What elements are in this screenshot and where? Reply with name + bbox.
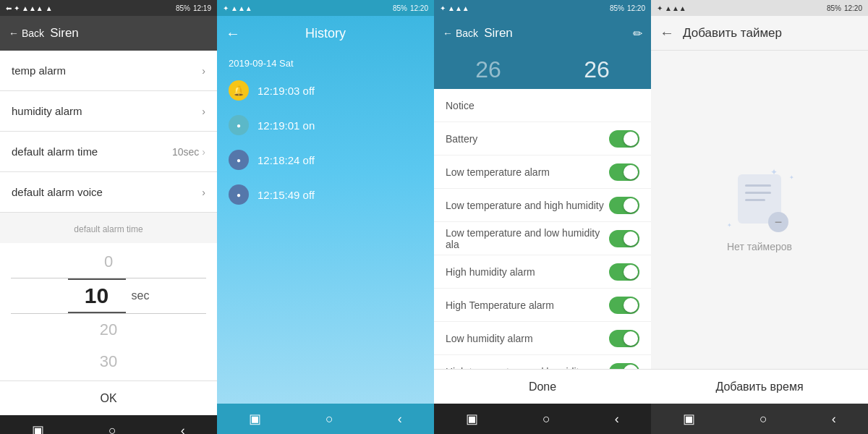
status-left-1: ⬅ ✦ ▲▲▲ ▲ xyxy=(6,4,53,12)
notice-row-8: High temperature and humidity xyxy=(434,355,651,369)
alarm-time-value: 10sec › xyxy=(172,146,205,158)
nav-home-btn-3[interactable]: ○ xyxy=(531,406,562,433)
done-label: Done xyxy=(529,380,556,393)
menu-item-alarm-voice[interactable]: default alarm voice › xyxy=(0,172,217,213)
menu-label-alarm-time: default alarm time xyxy=(12,145,98,158)
history-item-1[interactable]: ● 12:19:01 on xyxy=(223,108,428,142)
status-bar-1: ⬅ ✦ ▲▲▲ ▲ 85% 12:19 xyxy=(0,0,217,16)
toggle-battery[interactable] xyxy=(609,130,639,148)
siren-title: Siren xyxy=(50,26,79,41)
notice-row-5: High humidity alarm xyxy=(434,255,651,289)
history-list: 🔔 12:19:03 off ● 12:19:01 on ● 12:18:24 … xyxy=(217,73,434,404)
nav-back-btn[interactable]: ‹ xyxy=(169,417,197,435)
history-date: 2019-09-14 Sat xyxy=(217,51,434,73)
add-time-button[interactable]: Добавить время xyxy=(651,369,868,404)
chevron-alarm-voice: › xyxy=(202,187,205,198)
toggle-low-temp[interactable] xyxy=(609,163,639,181)
picker-row-selected: 10 sec xyxy=(0,278,217,313)
nav-home-btn[interactable]: ○ xyxy=(97,417,128,435)
time-1: 12:19 xyxy=(193,4,211,12)
history-back-btn[interactable]: ← xyxy=(226,25,240,42)
menu-label-alarm-voice: default alarm voice xyxy=(12,186,103,198)
star-icon-2: ✦ xyxy=(789,174,794,181)
history-item-0[interactable]: 🔔 12:19:03 off xyxy=(223,73,428,108)
status-right-4: 85% 12:20 xyxy=(827,4,862,12)
menu-item-temp-alarm[interactable]: temp alarm › xyxy=(0,51,217,91)
battery-pct-4: 85% xyxy=(827,4,841,12)
notice-label-4: Low temperature and low humidity ala xyxy=(446,227,609,250)
toggle-high-temp[interactable] xyxy=(609,297,639,314)
back-icon-status: ⬅ xyxy=(6,4,12,12)
status-right-2: 85% 12:20 xyxy=(393,4,428,12)
status-left-3: ✦ ▲▲▲ xyxy=(440,4,469,12)
notice-label-5: High humidity alarm xyxy=(446,266,535,278)
status-bar-4: ✦ ▲▲▲ 85% 12:20 xyxy=(651,0,868,16)
chevron-temp: › xyxy=(202,65,205,77)
nav-back-btn-4[interactable]: ‹ xyxy=(820,406,848,433)
minus-icon: − xyxy=(775,216,783,229)
edit-icon[interactable]: ✏ xyxy=(633,27,642,41)
siren-topbar: ← Back Siren xyxy=(0,16,217,51)
timer-empty-state: ✦ ✦ ✦ − Нет таймеров xyxy=(651,51,868,369)
notice-label-6: High Temperature alarm xyxy=(446,299,554,311)
nav-menu-btn-4[interactable]: ▣ xyxy=(671,405,707,433)
back-arrow-icon-3: ← xyxy=(443,27,453,39)
done-button[interactable]: Done xyxy=(434,369,651,404)
history-item-3[interactable]: ● 12:15:49 off xyxy=(223,177,428,212)
history-time-2: 12:18:24 off xyxy=(258,154,315,166)
menu-item-default-alarm-time[interactable]: default alarm time 10sec › xyxy=(0,132,217,172)
ok-button[interactable]: OK xyxy=(0,380,217,415)
time-picker[interactable]: 0 10 sec 20 30 xyxy=(0,243,217,380)
bt-icon-2: ✦ xyxy=(223,4,229,12)
nav-bar-3: ▣ ○ ‹ xyxy=(434,404,651,434)
back-arrow-icon-1: ← xyxy=(9,27,19,39)
star-icon-3: ✦ xyxy=(727,222,732,229)
notice-label-0: Notice xyxy=(446,100,475,111)
history-item-2[interactable]: ● 12:18:24 off xyxy=(223,142,428,177)
sig-icon-4: ▲▲▲ xyxy=(665,4,686,12)
notice-row-6: High Temperature alarm xyxy=(434,289,651,322)
toggle-low-temp-low-hum[interactable] xyxy=(609,230,639,247)
bell-icon: 🔔 xyxy=(233,85,244,96)
menu-label-humidity: humidity alarm xyxy=(12,105,82,117)
picker-val-0: 0 xyxy=(80,246,137,278)
toggle-high-hum[interactable] xyxy=(609,263,639,281)
default-alarm-section: default alarm time xyxy=(0,213,217,243)
empty-text: Нет таймеров xyxy=(727,241,792,252)
sig-icon-2: ▲▲▲ xyxy=(231,4,252,12)
battery-pct-3: 85% xyxy=(610,4,624,12)
nav-menu-btn-2[interactable]: ▣ xyxy=(237,405,273,433)
nav-back-btn-3[interactable]: ‹ xyxy=(603,406,631,433)
wifi-icon: ▲ xyxy=(46,4,53,12)
time-3: 12:20 xyxy=(627,4,645,12)
nav-menu-btn[interactable]: ▣ xyxy=(20,417,56,434)
history-topbar: ← History xyxy=(217,16,434,51)
picker-val-2: 20 xyxy=(80,314,137,346)
panel-add-timer: ✦ ▲▲▲ 85% 12:20 ← Добавить таймер ✦ ✦ ✦ … xyxy=(651,0,868,434)
back-label-1: Back xyxy=(22,27,44,39)
back-button-1[interactable]: ← Back xyxy=(9,27,44,39)
status-bar-2: ✦ ▲▲▲ 85% 12:20 xyxy=(217,0,434,16)
nav-menu-btn-3[interactable]: ▣ xyxy=(454,405,490,433)
dot-icon-1: ● xyxy=(237,122,241,129)
siren-menu: temp alarm › humidity alarm › default al… xyxy=(0,51,217,380)
nav-home-btn-4[interactable]: ○ xyxy=(748,406,779,433)
timer-back-btn[interactable]: ← xyxy=(660,25,674,41)
menu-item-humidity-alarm[interactable]: humidity alarm › xyxy=(0,91,217,132)
bt-icon-4: ✦ xyxy=(657,4,663,12)
notice-row-1: Battery xyxy=(434,122,651,156)
toggle-low-temp-high-hum[interactable] xyxy=(609,197,639,214)
nav-back-btn-2[interactable]: ‹ xyxy=(386,406,414,433)
bluetooth-icon: ✦ xyxy=(14,4,20,12)
time-4: 12:20 xyxy=(844,4,862,12)
notice-back-btn[interactable]: ← Back xyxy=(443,27,478,39)
date-header: 26 26 xyxy=(434,51,651,89)
panel-siren: ⬅ ✦ ▲▲▲ ▲ 85% 12:19 ← Back Siren temp al… xyxy=(0,0,217,434)
nav-home-btn-2[interactable]: ○ xyxy=(314,406,345,433)
toggle-high-temp-hum[interactable] xyxy=(609,363,639,370)
picker-row-3: 30 xyxy=(0,346,217,378)
notice-row-7: Low humidity alarm xyxy=(434,322,651,355)
dot-icon-2: ● xyxy=(237,156,241,164)
notice-label-3: Low temperature and high humidity xyxy=(446,200,604,211)
toggle-low-hum[interactable] xyxy=(609,330,639,347)
